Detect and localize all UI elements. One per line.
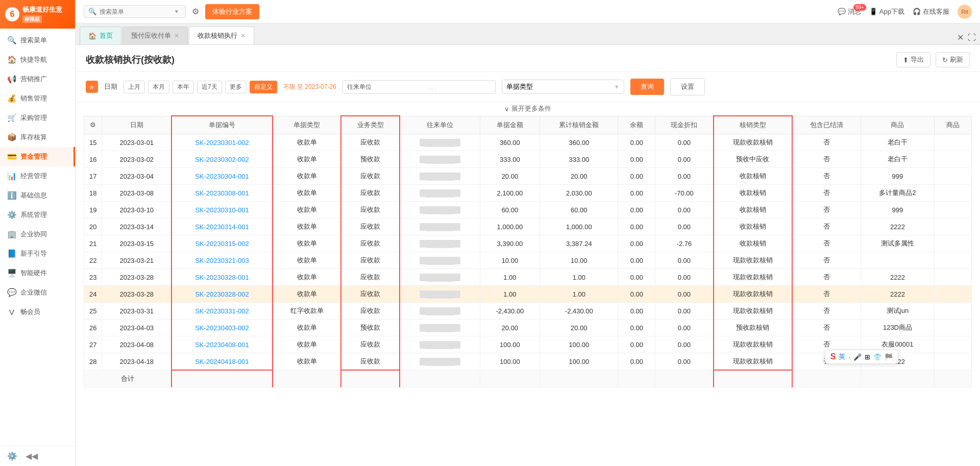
sidebar-item-label: 智能硬件 [20,268,47,278]
message-badge: 99+ [853,4,866,11]
sidebar-item-quicknav[interactable]: 🏠 快捷导航 [0,50,75,69]
sidebar-item-system[interactable]: ⚙️ 系统管理 [0,205,75,225]
table-row: 25 2023-03-31 SK-20230331-002 红字收款单 应收款 … [84,303,972,320]
header-actions: ⬆ 导出 ↻ 刷新 [896,52,970,67]
page-title: 收款核销执行(按收款) [86,54,175,66]
close-all-icon[interactable]: ✕ [957,33,964,42]
table-row: 19 2023-03-10 SK-20230310-001 收款单 应收款 ██… [84,202,972,218]
marketing-icon: 📢 [7,75,16,84]
table-row: 16 2023-03-02 SK-20230302-002 收款单 预收款 ██… [84,151,972,168]
tab-writeoff-close[interactable]: ✕ [240,32,246,39]
sidebar-item-marketing[interactable]: 📢 营销推广 [0,69,75,89]
topbar: 🔍 ▼ ⚙ 体验行业方案 💬 消息 99+ 📱 App下载 🎧 在线客服 Rit [76,0,980,23]
col-amount-header: 单据金额 [480,116,540,134]
sidebar-item-enterprise[interactable]: 🏢 企业协同 [0,225,75,244]
filter-expand-button[interactable]: » [86,81,98,93]
sidebar-item-search[interactable]: 🔍 搜索菜单 [0,31,75,50]
col-cancel-type-header: 核销类型 [714,116,793,134]
sidebar-item-label: 销售管理 [20,94,47,103]
online-service-button[interactable]: 🎧 在线客服 [913,7,949,16]
sidebar-item-sales[interactable]: 💰 销售管理 [0,89,75,108]
doc-no-link[interactable]: SK-20230304-001 [195,173,249,180]
user-avatar[interactable]: Rit [958,5,972,19]
col-doc-type-header: 单据类型 [273,116,341,134]
brand-text: 英 [839,352,845,361]
sidebar-item-label: 快捷导航 [20,55,47,64]
quicknav-icon: 🏠 [7,55,16,64]
date-this-year[interactable]: 本年 [173,81,194,93]
doc-type-filter[interactable]: 单据类型 ▼ [502,80,624,94]
inventory-icon: 📦 [7,133,16,142]
sidebar-item-label: 营销推广 [20,75,47,84]
doc-no-link[interactable]: SK-20230321-003 [195,257,249,264]
date-more[interactable]: 更多 [225,81,247,93]
date-custom[interactable]: 自定义 [250,81,277,93]
refresh-button[interactable]: ↻ 刷新 [936,52,970,67]
sidebar-item-purchase[interactable]: 🛒 采购管理 [0,108,75,128]
sidebar: 6 畅康道好生意 标推版 🔍 搜索菜单 🏠 快捷导航 📢 营销推广 💰 销售管理… [0,0,76,466]
doc-no-link[interactable]: SK-20230328-001 [195,274,249,281]
tab-home[interactable]: 🏠 首页 [80,27,121,44]
sidebar-item-hardware[interactable]: 🖥️ 智能硬件 [0,263,75,283]
date-label: 日期 [104,82,117,91]
date-7days[interactable]: 近7天 [197,81,222,93]
doc-no-link[interactable]: SK-20230328-002 [195,290,249,298]
system-icon: ⚙️ [7,210,16,219]
brand-s-icon: S [830,352,836,361]
settings-icon[interactable]: ⚙️ [7,451,17,461]
sidebar-item-basic[interactable]: ℹ️ 基础信息 [0,186,75,205]
sidebar-item-label: 搜索菜单 [20,36,47,45]
unit-filter[interactable]: 往来单位 ... [342,80,496,94]
solution-button[interactable]: 体验行业方案 [205,4,259,19]
app-download-button[interactable]: 📱 App下载 [869,7,904,16]
search-icon: 🔍 [88,8,96,15]
tab-prepay[interactable]: 预付应收付单 ✕ [122,27,188,44]
sidebar-item-operations[interactable]: 📊 经营管理 [0,166,75,186]
member-icon: V [7,308,16,316]
date-last-month[interactable]: 上月 [124,81,145,93]
export-icon: ⬆ [903,56,909,64]
settings-button[interactable]: 设置 [670,78,705,95]
logo-icon: 6 [5,7,19,21]
search-wrap: 🔍 ▼ [84,5,186,18]
doc-no-link[interactable]: SK-20230302-002 [195,156,249,163]
export-button[interactable]: ⬆ 导出 [896,52,930,67]
chevron-down-icon: ▼ [174,9,179,14]
doc-no-link[interactable]: SK-20230301-002 [195,139,249,146]
gear-icon[interactable]: ⚙ [192,7,199,16]
doc-no-link[interactable]: SK-20230315-002 [195,240,249,248]
footer-label: 合计 [84,370,172,387]
table-row: 18 2023-03-08 SK-20230308-001 收款单 应收款 ██… [84,185,972,202]
tabbar-actions: ✕ ⛶ [957,33,976,44]
date-range: 不限 至 2023-07-26 [283,83,336,91]
tabbar: 🏠 首页 预付应收付单 ✕ 收款核销执行 ✕ ✕ ⛶ [76,23,980,45]
doc-no-link[interactable]: SK-20230308-001 [195,189,249,197]
sidebar-item-inventory[interactable]: 📦 库存核算 [0,128,75,147]
sidebar-logo: 6 畅康道好生意 标推版 [0,0,75,29]
operations-icon: 📊 [7,171,16,181]
doc-no-link[interactable]: SK-20240418-001 [195,358,249,365]
doc-no-link[interactable]: SK-20230314-001 [195,223,249,231]
filter-more-row: ∨ 展开更多条件 [76,102,980,115]
tab-writeoff[interactable]: 收款核销执行 ✕ [189,27,254,44]
messages-button[interactable]: 💬 消息 99+ [838,7,861,16]
sidebar-item-label: 经营管理 [20,171,47,181]
table-footer-row: 合计 [84,370,972,387]
tab-prepay-close[interactable]: ✕ [174,32,179,39]
sidebar-nav: 🔍 搜索菜单 🏠 快捷导航 📢 营销推广 💰 销售管理 🛒 采购管理 📦 库存核… [0,29,75,446]
expand-more-button[interactable]: ∨ 展开更多条件 [504,104,551,113]
doc-no-link[interactable]: SK-20230310-001 [195,206,249,214]
date-this-month[interactable]: 本月 [148,81,169,93]
search-input[interactable] [100,8,171,15]
table-row: 24 2023-03-28 SK-20230328-002 收款单 应收款 ██… [84,286,972,303]
doc-no-link[interactable]: SK-20230403-002 [195,324,249,332]
expand-icon[interactable]: ⛶ [968,33,976,42]
doc-no-link[interactable]: SK-20230331-002 [195,307,249,315]
sidebar-item-wechat[interactable]: 💬 企业微信 [0,283,75,302]
query-button[interactable]: 查询 [630,79,664,95]
sidebar-item-guide[interactable]: 📘 新手引导 [0,244,75,263]
collapse-icon[interactable]: ◀◀ [26,451,38,461]
sidebar-item-member[interactable]: V 畅会员 [0,302,75,322]
doc-no-link[interactable]: SK-20230408-001 [195,341,249,349]
sidebar-item-finance[interactable]: 💳 资金管理 [0,147,75,166]
